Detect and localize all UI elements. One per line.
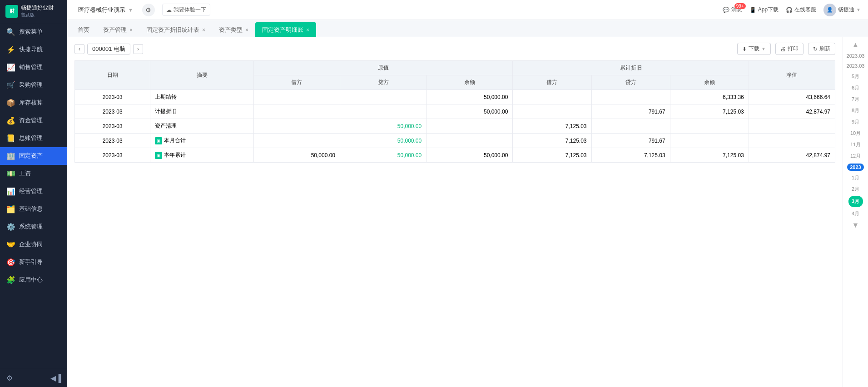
collapse-icon[interactable]: ◀▐ — [50, 374, 61, 382]
cell-orig-balance: 50,000.00 — [427, 104, 513, 119]
cell-net — [749, 119, 835, 134]
asset-navigator: ‹ 000001 电脑 › — [74, 44, 143, 55]
sidebar-item-general-ledger[interactable]: 📒 总账管理 — [0, 129, 67, 147]
sidebar-item-guide[interactable]: 🎯 新手引导 — [0, 253, 67, 271]
sidebar-item-purchase[interactable]: 🛒 采购管理 — [0, 76, 67, 94]
chevron-down-icon: ▼ — [128, 7, 133, 13]
table-row: 2023-03 ▣本月合计 50,000.00 7,125.03 791.67 — [75, 134, 835, 148]
timeline-month-6[interactable]: 6月 — [843, 82, 868, 94]
row-icon: ▣ — [155, 152, 162, 159]
sidebar-item-label: 搜索菜单 — [19, 28, 43, 36]
tab-close-icon[interactable]: × — [129, 27, 133, 33]
app-center-icon: 🧩 — [6, 276, 15, 284]
timeline-month-3-active[interactable]: 3月 — [848, 196, 863, 207]
message-button[interactable]: 💬 消息 99+ — [723, 6, 742, 14]
tab-home[interactable]: 首页 — [71, 22, 96, 37]
timeline-month-1[interactable]: 1月 — [843, 172, 868, 184]
timeline-month-11[interactable]: 11月 — [843, 139, 868, 150]
col-original: 原值 — [253, 61, 513, 75]
sidebar-item-fixed-assets[interactable]: 🏢 固定资产 — [0, 147, 67, 165]
refresh-button[interactable]: ↻ 刷新 — [808, 43, 835, 55]
timeline-down-arrow[interactable]: ▼ — [850, 219, 861, 231]
cell-orig-credit: 50,000.00 — [340, 148, 427, 163]
tab-close-icon[interactable]: × — [202, 27, 205, 33]
sidebar-bottom: ⚙ ◀▐ — [0, 369, 67, 387]
service-button[interactable]: 🎧 在线客服 — [786, 6, 816, 14]
user-area[interactable]: 👤 畅捷通 ▼ — [823, 4, 861, 16]
timeline-month-10[interactable]: 10月 — [843, 128, 868, 139]
cell-acc-credit: 791.67 — [591, 134, 670, 148]
timeline-month-8[interactable]: 8月 — [843, 105, 868, 116]
experience-button[interactable]: ☁ 我要体验一下 — [162, 4, 210, 16]
tab-asset-detail[interactable]: 固定资产明细账 × — [255, 22, 316, 37]
download-icon: ⬇ — [742, 46, 747, 52]
company-selector[interactable]: 医疗器械行业演示 ▼ — [74, 4, 137, 16]
col-orig-credit: 贷方 — [340, 75, 427, 90]
tab-asset-type[interactable]: 资产类型 × — [212, 22, 255, 37]
sidebar-item-label: 资金管理 — [19, 116, 43, 124]
timeline-up-arrow[interactable]: ▲ — [850, 39, 861, 51]
timeline-month-7[interactable]: 7月 — [843, 94, 868, 105]
experience-label: 我要体验一下 — [174, 6, 206, 14]
message-icon: 💬 — [723, 7, 729, 13]
timeline-month-9[interactable]: 9月 — [843, 116, 868, 128]
sidebar-item-inventory[interactable]: 📦 库存核算 — [0, 94, 67, 112]
sidebar-item-quick-nav[interactable]: ⚡ 快捷导航 — [0, 41, 67, 59]
app-download-button[interactable]: 📱 App下载 — [749, 6, 779, 14]
content-main: ‹ 000001 电脑 › ⬇ 下载 ▼ 🖨 打印 ↻ — [67, 37, 843, 387]
sidebar-item-label: 新手引导 — [19, 258, 43, 266]
timeline-year-2023-sub[interactable]: 2023.03 — [843, 61, 868, 71]
sidebar-item-system[interactable]: ⚙️ 系统管理 — [0, 218, 67, 236]
timeline-month-4[interactable]: 4月 — [843, 208, 868, 219]
download-button[interactable]: ⬇ 下载 ▼ — [737, 43, 771, 55]
sidebar: 财 畅捷通好业财 普及版 🔍 搜索菜单 ⚡ 快捷导航 📈 销售管理 🛒 采购管理… — [0, 0, 67, 387]
cell-date: 2023-03 — [75, 119, 150, 134]
service-icon: 🎧 — [786, 7, 793, 13]
cell-summary: 计提折旧 — [150, 104, 254, 119]
chevron-down-icon: ▼ — [761, 46, 766, 51]
cell-orig-balance — [427, 119, 513, 134]
company-settings-button[interactable]: ⚙ — [142, 4, 155, 16]
tab-asset-mgmt[interactable]: 资产管理 × — [96, 22, 139, 37]
cell-acc-credit: 791.67 — [591, 104, 670, 119]
sidebar-item-funds[interactable]: 💰 资金管理 — [0, 112, 67, 129]
sidebar-item-sales[interactable]: 📈 销售管理 — [0, 59, 67, 76]
tab-close-icon[interactable]: × — [245, 27, 248, 33]
sidebar-item-app-center[interactable]: 🧩 应用中心 — [0, 271, 67, 289]
sidebar-item-label: 销售管理 — [19, 63, 43, 71]
avatar: 👤 — [823, 4, 836, 16]
cell-orig-debit — [253, 104, 340, 119]
cell-net: 42,874.97 — [749, 148, 835, 163]
prev-asset-button[interactable]: ‹ — [74, 44, 84, 54]
tab-close-icon[interactable]: × — [306, 27, 309, 33]
sidebar-item-basic-info[interactable]: 🗂️ 基础信息 — [0, 200, 67, 218]
timeline-month-2[interactable]: 2月 — [843, 184, 868, 195]
next-asset-button[interactable]: › — [133, 44, 143, 54]
basic-info-icon: 🗂️ — [6, 205, 15, 213]
funds-icon: 💰 — [6, 116, 15, 125]
timeline-month-12[interactable]: 12月 — [843, 150, 868, 162]
settings-icon[interactable]: ⚙ — [6, 374, 13, 382]
sidebar-item-business[interactable]: 📊 经营管理 — [0, 183, 67, 200]
toolbar-actions: ⬇ 下载 ▼ 🖨 打印 ↻ 刷新 — [737, 43, 835, 55]
table-row: 2023-03 资产清理 50,000.00 7,125.03 — [75, 119, 835, 134]
sidebar-item-label: 企业协同 — [19, 240, 43, 248]
cell-orig-credit: 50,000.00 — [340, 134, 427, 148]
timeline-year-badge[interactable]: 2023 — [847, 164, 863, 171]
cell-acc-balance: 7,125.03 — [670, 104, 749, 119]
search-icon: 🔍 — [6, 28, 15, 36]
tab-depreciation-stats[interactable]: 固定资产折旧统计表 × — [139, 22, 212, 37]
cell-acc-credit — [591, 119, 670, 134]
print-button[interactable]: 🖨 打印 — [775, 43, 804, 55]
table-row: 2023-03 ▣本年累计 50,000.00 50,000.00 50,000… — [75, 148, 835, 163]
timeline-year-2023-top[interactable]: 2023.03 — [843, 51, 868, 61]
sidebar-item-search[interactable]: 🔍 搜索菜单 — [0, 23, 67, 41]
col-acc-credit: 贷方 — [591, 75, 670, 90]
payroll-icon: 💵 — [6, 169, 15, 178]
sidebar-item-payroll[interactable]: 💵 工资 — [0, 165, 67, 183]
cell-orig-credit — [340, 104, 427, 119]
purchase-icon: 🛒 — [6, 81, 15, 89]
cell-orig-balance: 50,000.00 — [427, 148, 513, 163]
sidebar-item-enterprise[interactable]: 🤝 企业协同 — [0, 236, 67, 253]
timeline-month-5[interactable]: 5月 — [843, 71, 868, 82]
